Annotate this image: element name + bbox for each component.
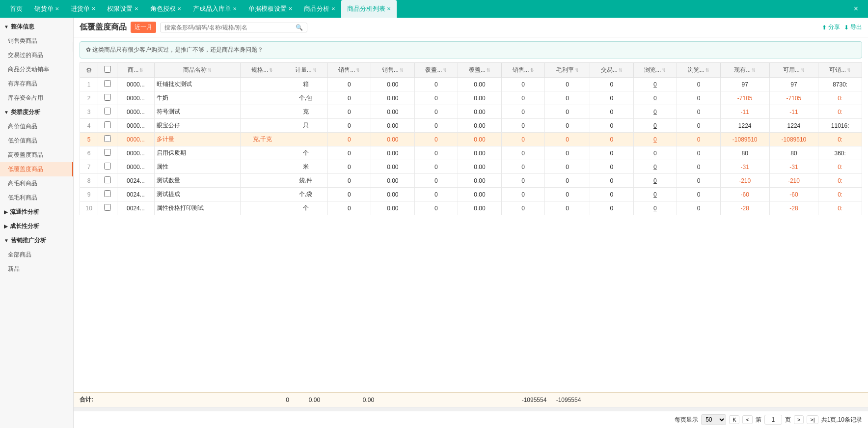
sidebar-item-low-margin[interactable]: 低毛利商品	[0, 191, 73, 205]
sidebar-section-marketing[interactable]: ▼ 营销推广分析	[0, 233, 73, 248]
row-gross-margin: 0	[545, 119, 590, 133]
col-browse2[interactable]: 浏览...⇅	[677, 63, 721, 78]
sidebar-item-inventory-value[interactable]: 库存资金占用	[0, 91, 73, 105]
per-page-select[interactable]: 50 10 20 100	[701, 414, 726, 425]
export-button[interactable]: ⬇ 导出	[844, 23, 862, 31]
col-current[interactable]: 现有...⇅	[720, 63, 769, 78]
col-name[interactable]: 商品名称⇅	[155, 63, 241, 78]
sidebar-item-in-stock[interactable]: 有库存商品	[0, 77, 73, 91]
col-unit[interactable]: 计量...⇅	[284, 63, 328, 78]
row-select-checkbox[interactable]	[104, 163, 111, 170]
row-browse1[interactable]: 0	[633, 78, 677, 91]
settings-icon[interactable]: ⚙	[86, 66, 92, 74]
row-cover1: 0	[414, 119, 458, 133]
close-button[interactable]: ×	[848, 4, 864, 13]
sidebar-item-high-value[interactable]: 高价值商品	[0, 119, 73, 134]
row-browse1[interactable]: 0	[633, 133, 677, 146]
sidebar-item-sales-products[interactable]: 销售类商品	[0, 34, 73, 48]
row-select-checkbox[interactable]	[104, 176, 111, 183]
col-cover2[interactable]: 覆盖...⇅	[458, 63, 502, 78]
nav-permissions[interactable]: 权限设置 ×	[101, 0, 144, 18]
row-browse1[interactable]: 0	[633, 146, 677, 160]
prev-page-button[interactable]: <	[742, 415, 752, 424]
nav-production[interactable]: 产成品入库单 ×	[187, 0, 243, 18]
share-button[interactable]: ⬆ 分享	[822, 23, 840, 31]
nav-sales[interactable]: 销货单 ×	[28, 0, 65, 18]
last-page-button[interactable]: >|	[807, 415, 818, 424]
col-gross-margin[interactable]: 毛利率⇅	[545, 63, 590, 78]
col-browse1[interactable]: 浏览...⇅	[633, 63, 677, 78]
sidebar-item-traded-products[interactable]: 交易过的商品	[0, 48, 73, 62]
sidebar-section-growth[interactable]: ▶ 成长性分析	[0, 219, 73, 233]
first-page-button[interactable]: K	[729, 415, 739, 424]
col-sale-qty[interactable]: 销售...⇅	[327, 63, 371, 78]
row-checkbox[interactable]	[98, 105, 117, 119]
nav-purchase[interactable]: 进货单 ×	[65, 0, 101, 18]
table-container[interactable]: ⚙ 商...⇅ 商品名称⇅ 规格...⇅ 计量...⇅ 销售...⇅ 销售...…	[74, 62, 868, 392]
row-select-checkbox[interactable]	[104, 108, 111, 114]
col-available[interactable]: 可用...⇅	[769, 63, 818, 78]
nav-roles[interactable]: 角色授权 ×	[144, 0, 187, 18]
horizontal-scrollbar[interactable]	[74, 407, 868, 411]
row-checkbox[interactable]	[98, 119, 117, 133]
row-select-checkbox[interactable]	[104, 121, 111, 128]
row-gross-margin: 0	[545, 133, 590, 146]
row-browse1[interactable]: 0	[633, 119, 677, 133]
row-browse1[interactable]: 0	[633, 91, 677, 105]
sidebar-item-high-coverage[interactable]: 高覆盖度商品	[0, 148, 73, 162]
sidebar-item-all-products[interactable]: 全部商品	[0, 248, 73, 262]
row-checkbox[interactable]	[98, 174, 117, 188]
sidebar-section-cluster[interactable]: ▼ 类群度分析	[0, 105, 73, 119]
col-spec[interactable]: 规格...⇅	[241, 63, 284, 78]
sidebar-section-overview[interactable]: ▼ 整体信息	[0, 20, 73, 34]
row-browse1[interactable]: 0	[633, 174, 677, 188]
nav-home[interactable]: 首页	[4, 0, 28, 18]
col-cover1[interactable]: 覆盖...⇅	[414, 63, 458, 78]
row-select-checkbox[interactable]	[104, 204, 111, 211]
nav-templates[interactable]: 单据模板设置 ×	[243, 0, 298, 18]
row-checkbox[interactable]	[98, 133, 117, 146]
col-checkbox[interactable]	[98, 63, 117, 78]
row-cover2: 0.00	[458, 78, 502, 91]
row-browse1[interactable]: 0	[633, 105, 677, 119]
sidebar-section-liquidity[interactable]: ▶ 流通性分析	[0, 205, 73, 219]
row-select-checkbox[interactable]	[104, 190, 111, 197]
sidebar-item-new-products[interactable]: 新品	[0, 262, 73, 276]
row-unit	[284, 133, 328, 146]
col-sale3[interactable]: 销售...⇅	[501, 63, 545, 78]
sidebar-item-category-rate[interactable]: 商品分类动销率	[0, 62, 73, 77]
nav-product-analysis[interactable]: 商品分析 ×	[298, 0, 341, 18]
col-trade[interactable]: 交易...⇅	[590, 63, 634, 78]
col-code[interactable]: 商...⇅	[117, 63, 154, 78]
row-browse1[interactable]: 0	[633, 201, 677, 215]
row-checkbox[interactable]	[98, 91, 117, 105]
col-settings[interactable]: ⚙	[80, 63, 98, 78]
row-checkbox[interactable]	[98, 78, 117, 91]
row-browse1[interactable]: 0	[633, 188, 677, 201]
row-checkbox[interactable]	[98, 188, 117, 201]
col-sellable[interactable]: 可销...⇅	[818, 63, 862, 78]
col-sale-amount[interactable]: 销售...⇅	[371, 63, 415, 78]
sidebar-item-low-coverage[interactable]: 低覆盖度商品	[0, 162, 73, 176]
row-available: -1089510	[769, 133, 818, 146]
row-checkbox[interactable]	[98, 160, 117, 174]
row-select-checkbox[interactable]	[104, 94, 111, 101]
row-name: 测试数量	[155, 174, 241, 188]
sidebar-item-low-value[interactable]: 低价值商品	[0, 134, 73, 148]
footer-sale-amount: 0.00	[301, 397, 328, 403]
nav-product-analysis-list[interactable]: 商品分析列表 ×	[341, 0, 397, 18]
row-checkbox[interactable]	[98, 201, 117, 215]
row-select-checkbox[interactable]	[104, 135, 111, 142]
next-page-button[interactable]: >	[794, 415, 804, 424]
search-input[interactable]	[164, 24, 294, 31]
row-cover2: 0.00	[458, 105, 502, 119]
page-input[interactable]	[764, 415, 782, 425]
row-num: 7	[80, 160, 98, 174]
filter-button[interactable]: 近一月	[131, 22, 156, 33]
row-checkbox[interactable]	[98, 146, 117, 160]
sidebar-item-high-margin[interactable]: 高毛利商品	[0, 176, 73, 191]
select-all-checkbox[interactable]	[104, 66, 111, 73]
row-browse1[interactable]: 0	[633, 160, 677, 174]
row-select-checkbox[interactable]	[104, 80, 111, 87]
row-select-checkbox[interactable]	[104, 149, 111, 156]
